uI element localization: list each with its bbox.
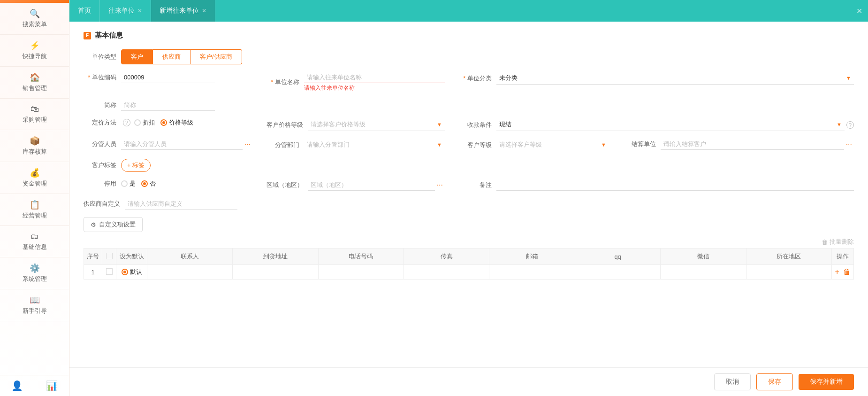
supervisor-row: 分管人员 ··· 分管部门 请输入分管部门 ▼ 客户等级 请选择客户等级 ▼ <box>84 139 854 151</box>
custom-settings-button[interactable]: ⚙ 自定义项设置 <box>84 217 143 232</box>
supervisor-input[interactable] <box>121 139 243 150</box>
add-tag-button[interactable]: + 标签 <box>121 159 151 172</box>
supervisor-more-icon[interactable]: ··· <box>243 140 252 148</box>
type-btn-group: 客户 供应商 客户/供应商 <box>121 49 242 64</box>
table-row: 1 默认 <box>84 265 854 280</box>
table-header: 序号 设为默认 联系人 到货地址 电话号码 传真 邮箱 qq 微信 所在地区 操… <box>84 248 854 265</box>
custom-settings-label: 自定义项设置 <box>99 220 136 229</box>
disabled-yes-radio[interactable]: 是 <box>121 179 136 188</box>
sidebar-item-system[interactable]: ⚙️ 系统管理 <box>0 257 69 289</box>
cell-address[interactable] <box>233 265 318 280</box>
supplier-custom-input[interactable] <box>125 198 237 210</box>
sidebar-item-purchase[interactable]: 🛍 采购管理 <box>0 99 69 130</box>
stats-icon[interactable]: 📊 <box>46 380 58 391</box>
disabled-no-radio[interactable]: 否 <box>141 179 156 188</box>
user-icon[interactable]: 👤 <box>11 380 23 391</box>
save-button[interactable]: 保存 <box>756 373 793 390</box>
address-input[interactable] <box>236 269 315 276</box>
cell-region[interactable] <box>746 265 831 280</box>
remark-input[interactable] <box>496 179 854 191</box>
email-input[interactable] <box>492 269 571 276</box>
tab-home[interactable]: 首页 <box>69 0 100 22</box>
sidebar-item-finance[interactable]: 💰 资金管理 <box>0 162 69 194</box>
chevron-dept-icon: ▼ <box>437 142 442 148</box>
sidebar-item-guide[interactable]: 📖 新手引导 <box>0 289 69 321</box>
contact-input[interactable] <box>150 269 229 276</box>
qq-input[interactable] <box>578 269 657 276</box>
col-default: 设为默认 <box>116 248 147 265</box>
tab-partner-list[interactable]: 往来单位 ✕ <box>100 0 151 22</box>
cell-contact[interactable] <box>147 265 232 280</box>
wechat-input[interactable] <box>663 269 743 276</box>
settlement-input[interactable] <box>661 139 844 150</box>
phone-input[interactable] <box>321 269 401 276</box>
cell-qq[interactable] <box>575 265 660 280</box>
type-btn-supplier[interactable]: 供应商 <box>153 49 190 64</box>
chevron-price-icon: ▼ <box>437 122 442 127</box>
save-and-new-button[interactable]: 保存并新增 <box>799 374 854 390</box>
department-select[interactable]: 请输入分管部门 ▼ <box>304 139 445 151</box>
settlement-group: 结算单位 ··· <box>623 139 854 150</box>
unit-name-label: 单位名称 <box>266 78 304 86</box>
unit-code-input[interactable] <box>121 72 215 83</box>
system-icon: ⚙️ <box>30 263 40 273</box>
sidebar-item-search-label: 搜索菜单 <box>23 20 47 29</box>
region-input[interactable] <box>308 179 435 191</box>
unit-code-group: 单位编码 <box>84 72 252 83</box>
settlement-more-icon[interactable]: ··· <box>844 140 854 148</box>
customer-level-select[interactable]: 请选择客户等级 ▼ <box>496 139 609 151</box>
region-more-icon[interactable]: ··· <box>435 181 445 189</box>
type-btn-both[interactable]: 客户/供应商 <box>190 49 242 64</box>
settlement-label: 结算单位 <box>623 140 661 148</box>
tab-partner-list-close[interactable]: ✕ <box>137 8 142 14</box>
payment-help-icon[interactable]: ? <box>846 121 854 129</box>
cell-phone[interactable] <box>318 265 404 280</box>
cancel-button[interactable]: 取消 <box>714 373 751 390</box>
pricing-radio-discount[interactable]: 折扣 <box>134 118 155 127</box>
sidebar-item-quick-nav[interactable]: ⚡ 快捷导航 <box>0 35 69 67</box>
basic-info-icon: 🗂 <box>30 232 39 241</box>
fax-input[interactable] <box>407 269 486 276</box>
sidebar-item-operations[interactable]: 📋 经营管理 <box>0 194 69 226</box>
sidebar-item-sales-label: 销售管理 <box>23 84 47 93</box>
sidebar-item-inventory-label: 库存核算 <box>23 148 47 156</box>
pricing-level-label: 价格等级 <box>169 118 193 127</box>
sidebar-item-search[interactable]: 🔍 搜索菜单 <box>0 3 69 35</box>
pricing-group: 定价方法 ? 折扣 价格等级 <box>84 118 252 127</box>
sidebar-item-basic-info[interactable]: 🗂 基础信息 <box>0 226 69 257</box>
supplier-custom-row: 供应商自定义 <box>84 198 854 210</box>
customer-price-select[interactable]: 请选择客户价格等级 ▼ <box>308 118 445 131</box>
chevron-level-icon: ▼ <box>601 142 606 148</box>
default-radio[interactable]: 默认 <box>119 268 144 276</box>
cell-fax[interactable] <box>404 265 489 280</box>
section-icon: F <box>84 32 91 39</box>
type-btn-customer[interactable]: 客户 <box>121 49 153 64</box>
cell-email[interactable] <box>489 265 575 280</box>
search-icon: 🔍 <box>30 8 40 19</box>
sidebar-item-sales[interactable]: 🏠 销售管理 <box>0 67 69 99</box>
payment-terms-select[interactable]: 现结 ▼ <box>496 118 845 131</box>
unit-info-row: 单位编码 单位名称 请输入往来单位名称 单位分类 未分类 ▼ <box>84 72 854 92</box>
shortname-input[interactable] <box>121 100 215 111</box>
tab-new-partner[interactable]: 新增往来单位 ✕ <box>151 0 215 22</box>
select-all-checkbox[interactable] <box>106 253 113 259</box>
chevron-payment-icon: ▼ <box>837 122 842 127</box>
row-checkbox[interactable] <box>106 268 113 275</box>
delete-row-icon[interactable]: 🗑 <box>843 268 851 276</box>
region-table-input[interactable] <box>749 269 829 276</box>
col-seq: 序号 <box>84 248 102 265</box>
unit-name-input[interactable] <box>304 72 445 83</box>
tab-new-partner-label: 新增往来单位 <box>160 7 199 15</box>
unit-type-row: 单位类型 客户 供应商 客户/供应商 <box>84 49 854 64</box>
sidebar-item-inventory[interactable]: 📦 库存核算 <box>0 130 69 162</box>
row-actions: + 🗑 <box>835 268 851 276</box>
disabled-radio-group: 是 否 <box>121 179 156 188</box>
pricing-radio-level[interactable]: 价格等级 <box>160 118 193 127</box>
batch-delete-button[interactable]: 🗑 批量删除 <box>822 238 854 246</box>
add-row-icon[interactable]: + <box>835 268 839 276</box>
close-all-tabs[interactable]: ✕ <box>856 7 862 16</box>
tab-new-partner-close[interactable]: ✕ <box>202 8 206 14</box>
cell-wechat[interactable] <box>661 265 746 280</box>
unit-category-select[interactable]: 未分类 ▼ <box>496 72 854 85</box>
pricing-help-icon[interactable]: ? <box>123 119 130 126</box>
